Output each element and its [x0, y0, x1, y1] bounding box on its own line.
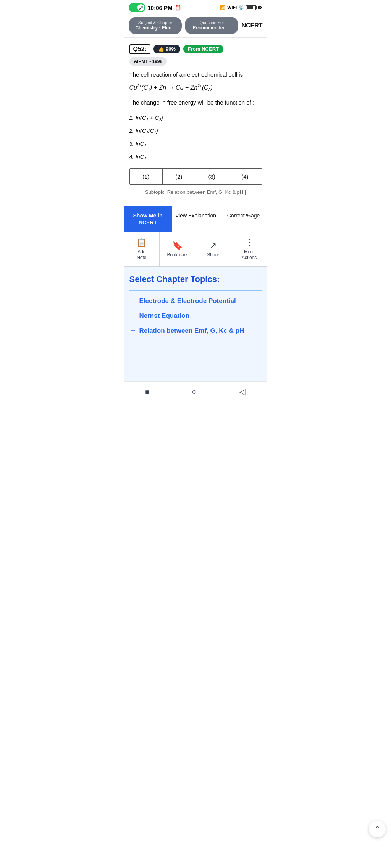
ncert-header-label: NCERT: [241, 22, 262, 29]
subject-chapter-label: Subject & Chapter: [134, 20, 177, 25]
aipmt-badge: AIPMT - 1998: [129, 57, 167, 66]
more-actions-button[interactable]: ⋮ MoreActions: [231, 232, 267, 266]
question-number: Q52:: [129, 44, 151, 54]
bookmark-button[interactable]: 🔖 Bookmark: [160, 232, 196, 266]
question-area: Q52: 👍 90% From NCERT AIPMT - 1998 The c…: [124, 38, 267, 206]
share-label: Share: [207, 252, 219, 258]
battery-icon: [246, 5, 256, 10]
question-set-label: Question Set: [190, 20, 233, 25]
option-3: 3. lnC2: [129, 139, 262, 149]
chapter-topics-section: Select Chapter Topics: → Electrode & Ele…: [124, 267, 267, 381]
mic-toggle[interactable]: 🎤: [129, 3, 145, 12]
question-set-value: Recommended ...: [190, 25, 233, 31]
add-note-icon: 📋: [136, 238, 147, 248]
show-me-in-ncert-button[interactable]: Show Me inNCERT: [124, 206, 172, 232]
answer-cell-2[interactable]: (2): [163, 169, 196, 184]
top-nav: Subject & Chapter Chemistry - Elec... Qu…: [124, 14, 267, 38]
data-icon: 📡: [238, 5, 244, 10]
like-badge: 👍 90%: [153, 45, 180, 53]
more-actions-icon: ⋮: [245, 238, 254, 248]
bookmark-icon: 🔖: [172, 241, 183, 251]
status-time: 10:06 PM: [148, 5, 173, 11]
question-set-pill[interactable]: Question Set Recommended ...: [185, 17, 238, 34]
back-square-button[interactable]: ■: [137, 386, 157, 398]
topic-arrow-1: →: [129, 297, 136, 305]
topic-arrow-2: →: [129, 312, 136, 320]
status-right: 📶 WiFi 📡 68: [220, 5, 262, 10]
status-left: 🎤 10:06 PM ⏰: [129, 3, 181, 12]
topic-text-2: Nernst Equation: [139, 312, 189, 320]
correct-percentage-button[interactable]: Correct %age: [220, 206, 267, 232]
action-row-2: 📋 AddNote 🔖 Bookmark ↗ Share ⋮ MoreActio…: [124, 232, 267, 267]
wifi-icon: WiFi: [227, 5, 237, 10]
answer-cell-4[interactable]: (4): [228, 169, 261, 184]
action-row-1: Show Me inNCERT View Explanation Correct…: [124, 206, 267, 232]
question-header: Q52: 👍 90% From NCERT AIPMT - 1998: [129, 44, 262, 66]
subject-chapter-value: Chemistry - Elec...: [134, 25, 177, 31]
topic-text-3: Relation between Emf, G, Kc & pH: [139, 327, 244, 335]
back-triangle-button[interactable]: ◁: [232, 385, 254, 398]
question-formula: Cu2+(C1) + Zn → Cu + Zn2+(C2).: [129, 82, 262, 93]
battery-percent: 68: [258, 5, 262, 10]
subtopic-label: Subtopic: Relation between Emf, G, Kc & …: [129, 189, 262, 200]
share-button[interactable]: ↗ Share: [196, 232, 231, 266]
bottom-nav: ■ ○ ◁: [124, 381, 267, 404]
battery-fill: [247, 6, 253, 9]
topic-item-1[interactable]: → Electrode & Electrode Potential: [129, 297, 262, 305]
topic-arrow-3: →: [129, 327, 136, 335]
option-2: 2. ln(C2/C1): [129, 126, 262, 136]
signal-icon: 📶: [220, 5, 226, 10]
topics-divider: [129, 290, 262, 291]
chapter-topics-heading: Select Chapter Topics:: [129, 274, 262, 284]
status-bar: 🎤 10:06 PM ⏰ 📶 WiFi 📡 68: [124, 0, 267, 14]
option-1: 1. ln(C1 + C2): [129, 113, 262, 123]
answer-options: 1. ln(C1 + C2) 2. ln(C2/C1) 3. lnC2 4. l…: [129, 113, 262, 162]
alarm-icon: ⏰: [175, 5, 181, 11]
more-actions-label: MoreActions: [242, 249, 257, 260]
from-ncert-badge: From NCERT: [183, 45, 223, 53]
thumbs-up-icon: 👍: [158, 46, 164, 52]
like-percent: 90%: [166, 46, 176, 52]
subject-chapter-pill[interactable]: Subject & Chapter Chemistry - Elec...: [129, 17, 182, 34]
share-icon: ↗: [210, 241, 217, 251]
topic-text-1: Electrode & Electrode Potential: [139, 297, 236, 305]
answer-cell-1[interactable]: (1): [130, 169, 163, 184]
answer-cell-3[interactable]: (3): [196, 169, 228, 184]
topic-item-2[interactable]: → Nernst Equation: [129, 312, 262, 320]
home-circle-button[interactable]: ○: [184, 385, 204, 398]
topic-item-3[interactable]: → Relation between Emf, G, Kc & pH: [129, 327, 262, 335]
view-explanation-button[interactable]: View Explanation: [172, 206, 220, 232]
mic-knob: 🎤: [137, 4, 144, 11]
question-text-1: The cell reaction of an electrochemical …: [129, 70, 262, 79]
add-note-button[interactable]: 📋 AddNote: [124, 232, 160, 266]
bookmark-label: Bookmark: [167, 252, 188, 258]
question-text-2: The change in free energy will be the fu…: [129, 98, 262, 107]
add-note-label: AddNote: [137, 249, 146, 260]
answer-grid: (1) (2) (3) (4): [129, 168, 262, 185]
option-4: 4. lnC1: [129, 152, 262, 162]
